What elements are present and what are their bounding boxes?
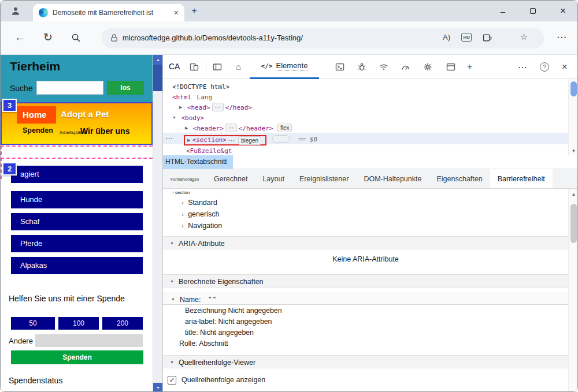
dom-scrollbar[interactable]: ▼ xyxy=(568,79,578,155)
browser-more-button[interactable]: ⋯ xyxy=(557,31,566,44)
console-icon[interactable] xyxy=(335,62,344,72)
new-tab-button[interactable]: + xyxy=(191,5,197,17)
amount-100-button[interactable]: 100 xyxy=(58,317,99,330)
list-item-3[interactable]: Schaf xyxy=(11,213,143,230)
dom-line-header[interactable]: ▶ <header>⋯</header> flex xyxy=(163,122,568,133)
nav-adopt-link[interactable]: Adopt a Pet xyxy=(61,109,109,119)
dom-line-body[interactable]: ▼ <body> xyxy=(163,112,568,122)
go-button[interactable]: los xyxy=(107,81,144,95)
minimize-button[interactable]: – xyxy=(490,1,516,21)
chevron-icon: › xyxy=(181,222,184,229)
row-actions-icon[interactable]: ⋯ xyxy=(165,133,173,144)
tab-close-icon[interactable]: × xyxy=(174,8,179,17)
source-order-section-header[interactable]: ▼Quellreihenfolge-Viewer xyxy=(163,355,568,368)
scroll-up-button[interactable]: ▲ xyxy=(153,55,163,65)
devtools-close-icon[interactable]: × xyxy=(562,62,567,72)
source-order-divider xyxy=(1,145,153,147)
tab-layout[interactable]: Layout xyxy=(255,169,292,188)
devtools-more-icon[interactable]: ⋯ xyxy=(518,62,527,73)
breadcrumb-item[interactable]: HTML-Textabschnitt xyxy=(163,155,233,169)
tab-dom-breakpoints[interactable]: DOM-Haltepunkte xyxy=(356,169,429,188)
profile-button[interactable] xyxy=(8,4,24,18)
dom-scroll-thumb[interactable] xyxy=(570,81,577,96)
list-item-1[interactable]: agiert xyxy=(11,166,143,183)
page-scrollbar[interactable]: ▲ ▼ xyxy=(153,55,162,392)
favorites-star-icon[interactable]: ☆ xyxy=(520,32,528,42)
list-item-5[interactable]: Alpakas xyxy=(11,257,143,274)
performance-icon[interactable] xyxy=(401,62,410,72)
donate-button[interactable]: Spenden xyxy=(11,350,143,364)
devtools-help-icon[interactable]: ? xyxy=(540,62,549,72)
add-panel-icon[interactable]: + xyxy=(467,62,472,72)
a11y-tree-item-section[interactable]: › section xyxy=(172,190,190,195)
tab-accessibility[interactable]: Barrierefreiheit xyxy=(490,169,553,188)
list-item-4[interactable]: Pferde xyxy=(11,235,143,252)
device-audio-icon[interactable] xyxy=(483,33,492,43)
tab-computed[interactable]: Gerechnet xyxy=(206,169,255,188)
nav-spenden-link[interactable]: Spenden xyxy=(23,126,53,135)
back-button[interactable]: ← xyxy=(14,31,25,44)
amount-50-button[interactable]: 50 xyxy=(11,317,55,330)
flex-badge[interactable]: flex xyxy=(277,124,292,132)
application-icon[interactable] xyxy=(446,62,455,72)
prop-row-bezeichnung: Bezeichnung Nicht angegeben xyxy=(185,307,282,315)
scroll-down-button[interactable]: ▼ xyxy=(153,383,163,392)
list-item-2[interactable]: Hunde xyxy=(11,191,143,208)
twisty-icon[interactable]: ▶ xyxy=(179,105,182,109)
read-aloud-icon[interactable]: A) xyxy=(443,33,450,42)
tab-styles[interactable]: Formatvorlagen xyxy=(163,169,206,188)
devtools-toolbar: CA ⌂ </> Elemente xyxy=(163,55,578,79)
search-icon[interactable] xyxy=(71,33,81,43)
debug-bug-icon[interactable] xyxy=(357,62,366,72)
aria-section-header[interactable]: ▼ARIA-Attribute xyxy=(163,236,568,249)
computed-section-header[interactable]: ▼Berechnete Eigenschaften xyxy=(163,274,568,288)
dom-line-html[interactable]: <html Lang xyxy=(163,91,568,102)
tab-properties[interactable]: Eigenschaften xyxy=(429,169,490,188)
other-amount-input[interactable] xyxy=(35,334,143,347)
welcome-home-tab[interactable]: ⌂ xyxy=(236,62,241,72)
a11y-scrollbar[interactable]: ▲ xyxy=(568,189,578,392)
a11y-scroll-thumb[interactable] xyxy=(570,204,577,243)
maximize-button[interactable] xyxy=(520,1,546,21)
url-bar[interactable]: microsoftedge.github.io/Demos/devtools-a… xyxy=(102,28,544,48)
source-order-edge xyxy=(1,145,2,179)
twisty-icon[interactable]: ▶ xyxy=(187,135,190,146)
source-order-badge-2: 2 xyxy=(2,162,17,176)
memory-gear-icon[interactable] xyxy=(423,62,432,72)
donation-heading: Helfen Sie uns mit einer Spende xyxy=(9,294,125,303)
refresh-button[interactable]: ↻ xyxy=(43,31,53,44)
biegen-badge[interactable]: biegen xyxy=(238,136,261,145)
search-input[interactable] xyxy=(36,81,103,95)
other-amount-label: Andere xyxy=(9,337,33,345)
a11y-tree-item-generic[interactable]: › generisch xyxy=(181,210,219,218)
hd-icon[interactable]: HD xyxy=(461,33,472,42)
dom-line-head[interactable]: ▶ <head>⋯</head> xyxy=(163,102,568,112)
dom-line-doctype[interactable]: <!DOCTYPE html> xyxy=(163,81,568,91)
panel-layout-icon[interactable] xyxy=(213,62,222,72)
dom-scroll-down-icon[interactable]: ▼ xyxy=(569,148,578,154)
scroll-thumb[interactable] xyxy=(153,65,163,91)
a11y-tree-item-navigation[interactable]: › Navigation xyxy=(181,222,222,230)
ellipsis-badge[interactable]: ⋯ xyxy=(225,124,237,132)
amount-200-button[interactable]: 200 xyxy=(102,317,143,330)
name-property-row[interactable]: ▼Name: " " xyxy=(163,293,568,305)
twisty-icon[interactable]: ▼ xyxy=(172,115,176,120)
browser-tab[interactable]: Demoseite mit Barrierefreiheit ist × xyxy=(33,4,184,21)
a11y-scroll-up-icon[interactable]: ▲ xyxy=(569,192,578,197)
nav-about-link[interactable]: Wir über uns xyxy=(80,126,129,136)
network-icon[interactable] xyxy=(379,62,388,72)
source-order-checkbox[interactable]: ✓ xyxy=(168,376,176,384)
selected-node-hint: == $0 xyxy=(298,136,317,143)
dom-line-footer[interactable]: <Fußzeile&gt xyxy=(163,145,568,155)
close-window-button[interactable]: × xyxy=(550,1,576,21)
dom-line-section-selected[interactable]: ⋯ ▶<section>⋯biegen == $0 xyxy=(163,133,568,144)
twisty-icon: ▼ xyxy=(170,279,174,283)
url-text: microsoftedge.github.io/Demos/devtools-a… xyxy=(123,33,303,42)
ellipsis-badge[interactable]: ⋯ xyxy=(212,103,224,111)
twisty-icon[interactable]: ▶ xyxy=(185,126,188,130)
device-emulation-icon[interactable] xyxy=(190,62,199,72)
a11y-tree-item-standard[interactable]: › Standard xyxy=(181,199,217,207)
tab-elements[interactable]: </> Elemente xyxy=(250,55,319,79)
tab-event-listeners[interactable]: Ereignislistener xyxy=(292,169,356,188)
nav-home-link[interactable]: Home xyxy=(17,106,56,124)
